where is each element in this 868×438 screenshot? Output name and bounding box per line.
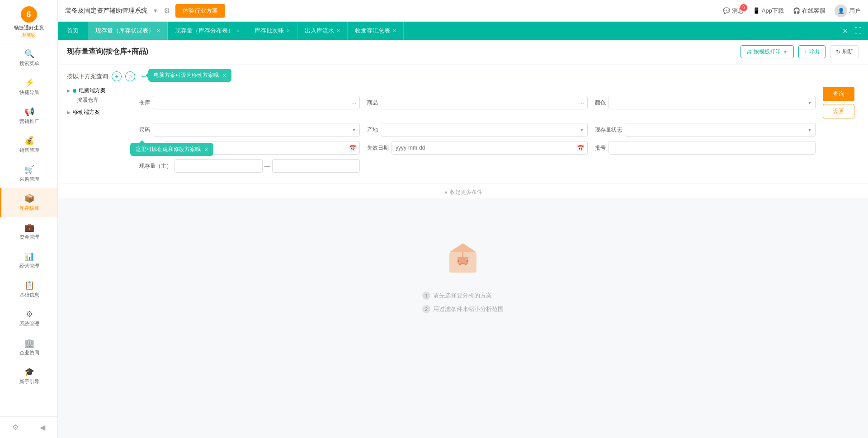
sidebar-item-sales[interactable]: 💰 销售管理	[0, 130, 57, 159]
scheme-tooltip-text: 电脑方案可设为移动方案哦	[154, 71, 219, 79]
mobile-group-label: 移动端方案	[73, 108, 100, 116]
tab-stock-dist[interactable]: 现存量（库存分布表） ×	[168, 22, 247, 40]
export-btn[interactable]: ↑ 导出	[798, 45, 826, 58]
stock-main-to[interactable]	[272, 159, 360, 173]
sidebar-item-label-search: 搜索菜单	[19, 60, 39, 67]
sidebar-item-label-asset: 资金管理	[19, 234, 39, 240]
mobile-group-arrow: ▶	[67, 110, 71, 115]
system-dropdown[interactable]: ▼	[153, 8, 158, 14]
scheme-circle-btn[interactable]: ○	[125, 71, 135, 81]
tab-inout-close[interactable]: ×	[337, 28, 340, 34]
sidebar-item-system[interactable]: ⚙ 系统管理	[0, 304, 57, 333]
tab-inout[interactable]: 出入库流水 ×	[297, 22, 348, 40]
goods-label: 商品	[367, 99, 378, 107]
warehouse-input[interactable]	[153, 96, 360, 109]
user-btn[interactable]: 👤 用户	[835, 5, 861, 17]
sidebar-item-label-operation: 经营管理	[19, 263, 39, 269]
page-header: 现存量查询(按仓库+商品) 🖨 按模板打印 ▼ ↑ 导出 ↻ 刷新	[58, 40, 868, 64]
export-label: 导出	[809, 48, 820, 56]
collapse-up-icon: ∧	[444, 189, 448, 196]
sidebar-item-operation[interactable]: 📊 经营管理	[0, 246, 57, 275]
stock-status-label: 现存量状态	[595, 126, 622, 134]
stock-status-select[interactable]	[625, 123, 816, 137]
industry-btn[interactable]: 体验行业方案	[175, 4, 225, 18]
sidebar-item-label-basic: 基础信息	[19, 292, 39, 298]
tab-close-all-icon[interactable]: ✕	[840, 26, 850, 36]
edit-scheme-tooltip-close[interactable]: ×	[204, 146, 208, 153]
color-select[interactable]	[609, 96, 816, 109]
sidebar-item-quick-nav[interactable]: ⚡ 快捷导航	[0, 72, 57, 101]
scheme-list: ▶ 电脑端方案 按照仓库 ▶ 移动端方案	[67, 87, 139, 173]
collapse-sidebar-btn[interactable]: ◀	[38, 421, 47, 433]
sidebar-item-label-system: 系统管理	[19, 320, 39, 327]
goods-input[interactable]	[381, 96, 588, 109]
sidebar-item-search[interactable]: 🔍 搜索菜单	[0, 43, 57, 72]
warehouse-label: 仓库	[139, 99, 150, 107]
tab-home[interactable]: 首页	[58, 22, 88, 40]
user-label: 用户	[849, 7, 861, 15]
tab-expand-icon[interactable]: ⛶	[853, 26, 863, 36]
pc-scheme-group[interactable]: ▶ 电脑端方案	[67, 87, 139, 94]
template-print-btn[interactable]: 🖨 按模板打印 ▼	[741, 45, 794, 58]
marketing-icon: 📢	[24, 107, 34, 117]
sidebar-item-marketing[interactable]: 📢 营销推广	[0, 101, 57, 130]
sidebar-item-label-quick-nav: 快捷导航	[19, 89, 39, 96]
tab-batch-close[interactable]: ×	[287, 28, 290, 34]
tab-stock-status[interactable]: 现存量（库存状况表） ×	[88, 22, 168, 40]
set-btn[interactable]: 设置	[823, 104, 854, 118]
tip1-text: 请先选择要分析的方案	[433, 290, 492, 301]
tab-batch[interactable]: 库存批次账 ×	[247, 22, 297, 40]
tabs-actions: ✕ ⛶	[836, 22, 868, 40]
batch-input[interactable]	[609, 141, 816, 155]
app-download-btn[interactable]: 📱 App下载	[753, 7, 784, 15]
sidebar-item-label-enterprise: 企业协同	[19, 349, 39, 356]
page-actions: 🖨 按模板打印 ▼ ↑ 导出 ↻ 刷新	[741, 45, 859, 58]
tip2-text: 用过滤条件来缩小分析范围	[433, 303, 504, 315]
expire-date-input[interactable]	[392, 141, 588, 155]
settings-gear-icon[interactable]: ⚙	[164, 6, 170, 15]
online-service-btn[interactable]: 🎧 在线客服	[793, 7, 826, 15]
stock-main-field: 现存量（主） —	[139, 159, 360, 173]
tab-summary[interactable]: 收发存汇总表 ×	[348, 22, 404, 40]
pc-scheme-item[interactable]: 按照仓库	[67, 96, 139, 104]
pc-group-arrow: ▶	[67, 88, 71, 93]
add-scheme-btn[interactable]: +	[112, 71, 122, 81]
stock-main-from[interactable]	[175, 159, 263, 173]
edit-scheme-tooltip: 这里可以创建和修改方案哦 ×	[130, 143, 213, 156]
scheme-tooltip-close[interactable]: ×	[222, 72, 226, 79]
empty-tip-1: 1 请先选择要分析的方案	[422, 290, 504, 301]
sidebar-item-asset[interactable]: 💼 资金管理	[0, 217, 57, 246]
sidebar-item-inventory[interactable]: 📦 库存核算	[0, 188, 57, 217]
origin-field: 产地 ▼	[367, 123, 588, 137]
purchase-icon: 🛒	[24, 165, 34, 174]
origin-select[interactable]	[381, 123, 588, 137]
sidebar-item-guide[interactable]: 🎓 新手引导	[0, 362, 57, 391]
search-icon: 🔍	[24, 49, 34, 59]
settings-btn[interactable]: ⚙	[10, 421, 20, 433]
tab-batch-label: 库存批次账	[255, 27, 284, 35]
empty-tip-2: 2 用过滤条件来缩小分析范围	[422, 303, 504, 315]
color-label: 颜色	[595, 99, 606, 107]
sidebar-item-basic[interactable]: 📋 基础信息	[0, 275, 57, 304]
page-content: 现存量查询(按仓库+商品) 🖨 按模板打印 ▼ ↑ 导出 ↻ 刷新	[58, 40, 868, 438]
tip1-num: 1	[422, 292, 430, 300]
tab-stock-dist-close[interactable]: ×	[236, 28, 240, 34]
mobile-scheme-group[interactable]: ▶ 移动端方案	[67, 108, 139, 116]
sidebar-nav: 🔍 搜索菜单 ⚡ 快捷导航 📢 营销推广 💰 销售管理 🛒 采购管理 📦 库存核…	[0, 43, 57, 416]
search-btn[interactable]: 查询	[823, 87, 854, 101]
sidebar-item-purchase[interactable]: 🛒 采购管理	[0, 159, 57, 188]
message-btn[interactable]: 💬 消息 6	[723, 7, 744, 15]
main-area: 装备及固定资产辅助管理系统 ▼ ⚙ 体验行业方案 💬 消息 6 📱 App下载 …	[58, 0, 868, 438]
tab-stock-status-close[interactable]: ×	[157, 28, 160, 34]
size-select[interactable]	[153, 123, 360, 137]
svg-marker-1	[449, 243, 476, 252]
sidebar-item-enterprise[interactable]: 🏢 企业协同	[0, 333, 57, 362]
edit-scheme-tooltip-text: 这里可以创建和修改方案哦	[136, 146, 201, 153]
collapse-more-btn[interactable]: ∧ 收起更多条件	[58, 184, 868, 198]
inventory-icon: 📦	[24, 193, 34, 203]
sidebar: 6 畅捷通好生意 标准版 🔍 搜索菜单 ⚡ 快捷导航 📢 营销推广 💰 销售管理…	[0, 0, 58, 438]
sidebar-item-label-sales: 销售管理	[19, 147, 39, 154]
brand-name: 畅捷通好生意	[14, 24, 44, 31]
tab-summary-close[interactable]: ×	[393, 28, 396, 34]
refresh-btn[interactable]: ↻ 刷新	[830, 45, 859, 58]
